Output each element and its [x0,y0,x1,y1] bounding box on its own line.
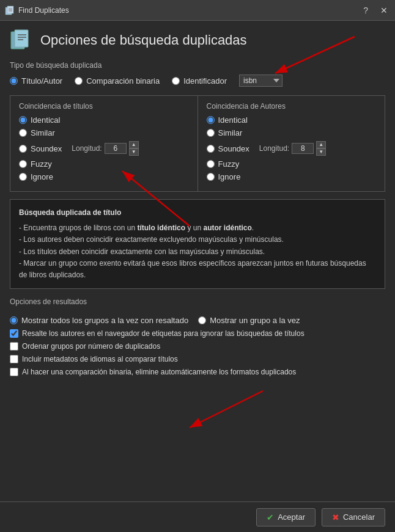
results-all-label: Mostrar todos los grupos a la vez con re… [21,316,188,325]
header-icon [10,28,34,53]
title-fuzzy-radio[interactable] [19,160,27,168]
checkbox-binaria-input[interactable] [10,368,18,376]
author-fuzzy-radio[interactable] [207,160,215,168]
description-line-1: - Encuentra grupos de libros con un títu… [19,222,376,234]
bottom-bar: ✔ Aceptar ✖ Cancelar [0,501,395,532]
title-ignore-label: Ignore [31,172,53,181]
checkbox-idiomas-input[interactable] [10,355,18,363]
author-similar-option[interactable]: Similar [207,128,377,137]
title-matching-panel: Coincidencia de títulos Identical Simila… [10,96,198,191]
title-soundex-radio[interactable] [19,145,27,153]
title-soundex-length-label: Longitud: [72,144,102,153]
author-ignore-radio[interactable] [207,173,215,181]
isbn-select[interactable]: isbn uuid amazon [239,75,282,87]
results-radio-row: Mostrar todos los grupos a la vez con re… [10,316,385,325]
author-soundex-option[interactable]: Soundex [207,144,249,153]
title-soundex-option[interactable]: Soundex [19,144,62,153]
title-ignore-option[interactable]: Ignore [19,172,189,181]
radio-comparacion-binaria-label: Comparación binaria [86,76,160,86]
description-line-2: - Los autores deben coincidir exactament… [19,234,376,246]
title-identical-option[interactable]: Identical [19,115,189,125]
author-soundex-up[interactable]: ▲ [316,141,326,148]
author-soundex-radio[interactable] [207,145,215,153]
checkbox-ordenar[interactable]: Ordenar grupos por número de duplicados [10,342,385,351]
radio-titulo-autor-input[interactable] [10,77,18,85]
accept-icon: ✔ [267,512,274,522]
description-panel: Búsqueda duplicada de título - Encuentra… [10,199,385,289]
title-soundex-label: Soundex [31,144,62,153]
author-identical-option[interactable]: Identical [207,115,377,125]
checkbox-idiomas[interactable]: Incluir metadatos de idiomas al comparar… [10,355,385,363]
author-identical-label: Identical [218,115,248,125]
author-soundex-row: Soundex Longitud: ▲ ▼ [207,141,377,156]
checkbox-resalte-input[interactable] [10,329,18,338]
description-line-4: - Marcar un grupo como exento evitará qu… [19,258,376,281]
radio-comparacion-binaria[interactable]: Comparación binaria [75,76,160,86]
app-icon [5,5,15,15]
author-ignore-option[interactable]: Ignore [207,172,377,181]
svg-line-13 [190,391,263,428]
title-identical-radio[interactable] [19,116,27,124]
close-button[interactable]: ✕ [378,5,390,15]
cancel-icon: ✖ [332,512,339,522]
radio-identificador-label: Identificador [183,76,227,86]
results-options: Mostrar todos los grupos a la vez con re… [10,311,385,376]
title-similar-radio[interactable] [19,129,27,137]
radio-titulo-autor-label: Título/Autor [21,76,62,86]
cancel-button[interactable]: ✖ Cancelar [322,508,385,527]
matching-panels: Coincidencia de títulos Identical Simila… [10,95,385,192]
author-soundex-label: Soundex [218,144,249,153]
checkbox-idiomas-label: Incluir metadatos de idiomas al comparar… [22,355,178,363]
results-one-radio[interactable] [198,316,206,324]
page-header: Opciones de búsqueda duplicadas [10,28,385,53]
results-one-option[interactable]: Mostrar un grupo a la vez [198,316,300,325]
checkbox-ordenar-input[interactable] [10,342,18,351]
author-soundex-down[interactable]: ▼ [316,148,326,156]
author-soundex-length-label: Longitud: [259,144,289,153]
author-soundex-input[interactable] [292,143,314,154]
page-title: Opciones de búsqueda duplicadas [40,32,247,48]
accept-label: Aceptar [278,512,305,522]
author-matching-label: Coincidencia de Autores [207,102,377,111]
author-soundex-spinner: ▲ ▼ [316,141,326,156]
search-type-section: Tipo de búsqueda duplicada Título/Autor … [10,61,385,87]
results-all-option[interactable]: Mostrar todos los grupos a la vez con re… [10,316,188,325]
author-fuzzy-option[interactable]: Fuzzy [207,159,377,169]
title-soundex-row: Soundex Longitud: ▲ ▼ [19,141,189,156]
title-soundex-length: Longitud: ▲ ▼ [72,141,138,156]
checkbox-resalte[interactable]: Resalte los autores en el navegador de e… [10,329,385,338]
author-identical-radio[interactable] [207,116,215,124]
author-matching-panel: Coincidencia de Autores Identical Simila… [198,96,385,191]
title-soundex-up[interactable]: ▲ [129,141,139,148]
results-section: Opciones de resultados Mostrar todos los… [10,297,385,376]
title-identical-label: Identical [31,115,60,125]
title-ignore-radio[interactable] [19,173,27,181]
checkbox-binaria[interactable]: Al hacer una comparación binaria, elimin… [10,368,385,376]
description-title: Búsqueda duplicada de título [19,208,121,217]
search-type-row: Título/Autor Comparación binaria Identif… [10,75,385,87]
help-button[interactable]: ? [361,5,371,15]
results-one-label: Mostrar un grupo a la vez [210,316,300,325]
title-matching-label: Coincidencia de títulos [19,102,189,111]
accept-button[interactable]: ✔ Aceptar [256,508,316,527]
checkbox-ordenar-label: Ordenar grupos por número de duplicados [22,342,160,351]
title-soundex-input[interactable] [105,143,127,154]
author-ignore-label: Ignore [218,172,241,181]
description-line-3: - Los títulos deben coincidir exactament… [19,246,376,258]
title-similar-option[interactable]: Similar [19,128,189,137]
title-fuzzy-option[interactable]: Fuzzy [19,159,189,169]
title-soundex-down[interactable]: ▼ [129,148,139,156]
title-bar: Find Duplicates ? ✕ [0,0,395,21]
author-fuzzy-label: Fuzzy [218,159,240,169]
author-similar-radio[interactable] [207,129,215,137]
cancel-label: Cancelar [343,512,375,522]
checkbox-resalte-label: Resalte los autores en el navegador de e… [22,329,305,338]
results-all-radio[interactable] [10,316,18,324]
title-similar-label: Similar [31,128,55,137]
radio-comparacion-binaria-input[interactable] [75,77,83,85]
radio-titulo-autor[interactable]: Título/Autor [10,76,62,86]
radio-identificador[interactable]: Identificador [172,76,227,86]
title-fuzzy-label: Fuzzy [31,159,52,169]
svg-rect-6 [15,30,28,47]
radio-identificador-input[interactable] [172,77,180,85]
